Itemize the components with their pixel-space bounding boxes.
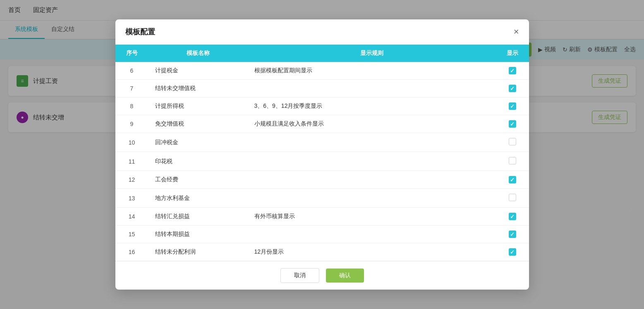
cell-rule: 有外币核算显示 [248, 208, 496, 226]
table-row: 8计提所得税3、6、9、12月按季度显示 [115, 97, 529, 115]
cell-name: 地方水利基金 [148, 189, 248, 208]
template-config-modal: 模板配置 × 序号 模板名称 显示规则 显示 6计提税金根据模板配置期间 [115, 19, 529, 290]
table-row: 7结转未交增值税 [115, 80, 529, 97]
cell-checkbox [496, 189, 529, 208]
cell-index: 11 [115, 152, 148, 171]
cell-name: 结转未交增值税 [148, 80, 248, 97]
table-row: 11印花税 [115, 152, 529, 171]
table-body: 6计提税金根据模板配置期间显示7结转未交增值税8计提所得税3、6、9、12月按季… [115, 62, 529, 261]
checkbox-8[interactable] [509, 102, 516, 110]
table-row: 9免交增值税小规模且满足收入条件显示 [115, 115, 529, 133]
table-row: 6计提税金根据模板配置期间显示 [115, 62, 529, 80]
cell-checkbox [496, 226, 529, 243]
cell-name: 计提所得税 [148, 97, 248, 115]
cell-rule [248, 226, 496, 243]
cell-checkbox [496, 80, 529, 97]
cell-name: 回冲税金 [148, 133, 248, 152]
modal-close-button[interactable]: × [514, 27, 519, 36]
checkbox-14[interactable] [509, 213, 516, 220]
cell-index: 7 [115, 80, 148, 97]
modal-overlay: 模板配置 × 序号 模板名称 显示规则 显示 6计提税金根据模板配置期间 [0, 0, 644, 309]
cell-rule: 小规模且满足收入条件显示 [248, 115, 496, 133]
col-header-display: 显示 [496, 45, 529, 62]
cell-rule: 3、6、9、12月按季度显示 [248, 97, 496, 115]
table-header-row: 序号 模板名称 显示规则 显示 [115, 45, 529, 62]
cell-name: 结转本期损益 [148, 226, 248, 243]
checkbox-13[interactable] [509, 194, 516, 201]
cell-rule: 根据模板配置期间显示 [248, 62, 496, 80]
config-table: 序号 模板名称 显示规则 显示 6计提税金根据模板配置期间显示7结转未交增值税8… [115, 45, 529, 261]
cell-checkbox [496, 171, 529, 189]
modal-body: 序号 模板名称 显示规则 显示 6计提税金根据模板配置期间显示7结转未交增值税8… [115, 45, 529, 261]
table-row: 13地方水利基金 [115, 189, 529, 208]
cell-index: 15 [115, 226, 148, 243]
checkbox-16[interactable] [509, 248, 516, 256]
cell-name: 结转未分配利润 [148, 243, 248, 261]
checkbox-10[interactable] [509, 138, 516, 145]
cell-checkbox [496, 115, 529, 133]
table-row: 15结转本期损益 [115, 226, 529, 243]
cell-rule [248, 171, 496, 189]
cancel-button[interactable]: 取消 [280, 268, 319, 283]
cell-checkbox [496, 208, 529, 226]
cell-index: 8 [115, 97, 148, 115]
cell-index: 10 [115, 133, 148, 152]
table-row: 16结转未分配利润12月份显示 [115, 243, 529, 261]
cell-name: 工会经费 [148, 171, 248, 189]
cell-name: 印花税 [148, 152, 248, 171]
checkbox-7[interactable] [509, 85, 516, 92]
cell-rule: 12月份显示 [248, 243, 496, 261]
cell-checkbox [496, 152, 529, 171]
col-header-rule: 显示规则 [248, 45, 496, 62]
background-page: 首页 固定资产 系统模板 自定义结 测算金额 ▶ 视频 ↻ 刷新 ⚙ 模板配置 … [0, 0, 644, 309]
cell-checkbox [496, 97, 529, 115]
cell-name: 结转汇兑损益 [148, 208, 248, 226]
table-row: 12工会经费 [115, 171, 529, 189]
modal-header: 模板配置 × [115, 19, 529, 45]
cell-rule [248, 189, 496, 208]
cell-checkbox [496, 243, 529, 261]
cell-index: 6 [115, 62, 148, 80]
cell-index: 12 [115, 171, 148, 189]
table-row: 10回冲税金 [115, 133, 529, 152]
checkbox-11[interactable] [509, 157, 516, 164]
cell-rule [248, 133, 496, 152]
cell-checkbox [496, 62, 529, 80]
cell-index: 9 [115, 115, 148, 133]
col-header-index: 序号 [115, 45, 148, 62]
cell-index: 14 [115, 208, 148, 226]
cell-index: 16 [115, 243, 148, 261]
checkbox-15[interactable] [509, 231, 516, 238]
checkbox-6[interactable] [509, 67, 516, 74]
cell-checkbox [496, 133, 529, 152]
cell-name: 计提税金 [148, 62, 248, 80]
modal-title: 模板配置 [125, 27, 155, 37]
cell-rule [248, 80, 496, 97]
confirm-button[interactable]: 确认 [326, 269, 364, 283]
cell-rule [248, 152, 496, 171]
col-header-name: 模板名称 [148, 45, 248, 62]
checkbox-12[interactable] [509, 176, 516, 183]
cell-index: 13 [115, 189, 148, 208]
checkbox-9[interactable] [509, 120, 516, 128]
table-row: 14结转汇兑损益有外币核算显示 [115, 208, 529, 226]
modal-footer: 取消 确认 [115, 261, 529, 290]
cell-name: 免交增值税 [148, 115, 248, 133]
